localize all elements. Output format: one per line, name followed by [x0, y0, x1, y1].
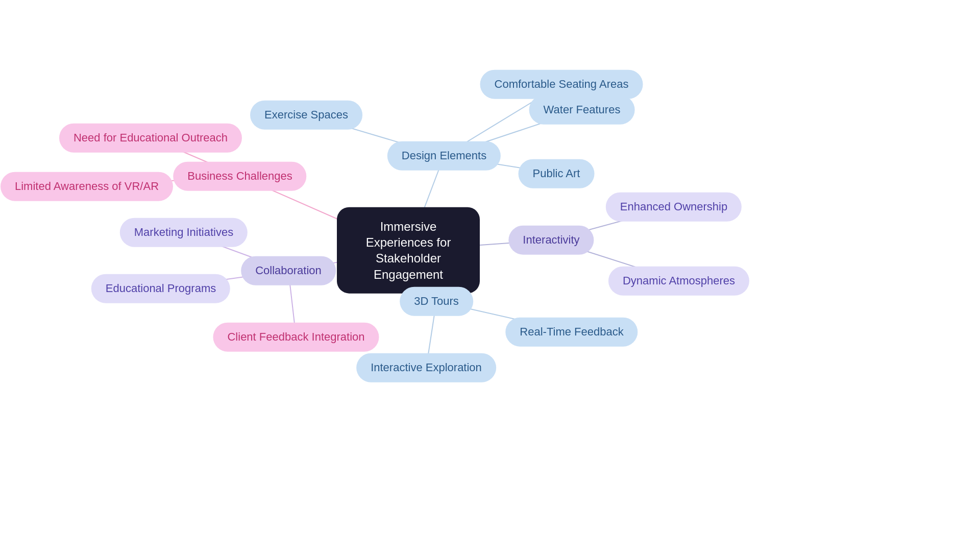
node-marketing[interactable]: Marketing Initiatives — [120, 218, 248, 247]
node-comfortable_seating[interactable]: Comfortable Seating Areas — [480, 70, 643, 99]
node-dynamic_atmospheres[interactable]: Dynamic Atmospheres — [608, 267, 749, 296]
node-enhanced_ownership[interactable]: Enhanced Ownership — [606, 193, 742, 222]
mind-map: Immersive Experiences for Stakeholder En… — [0, 0, 980, 553]
node-collaboration[interactable]: Collaboration — [241, 256, 336, 285]
node-business_challenges[interactable]: Business Challenges — [173, 162, 306, 191]
node-interactive_exploration[interactable]: Interactive Exploration — [356, 353, 496, 382]
node-water_features[interactable]: Water Features — [529, 95, 635, 125]
node-design_elements[interactable]: Design Elements — [387, 141, 501, 171]
node-three_d_tours[interactable]: 3D Tours — [400, 287, 473, 316]
node-limited_awareness[interactable]: Limited Awareness of VR/AR — [1, 172, 173, 201]
node-public_art[interactable]: Public Art — [519, 159, 595, 188]
node-exercise_spaces[interactable]: Exercise Spaces — [250, 101, 362, 130]
node-interactivity[interactable]: Interactivity — [508, 226, 594, 255]
node-client_feedback[interactable]: Client Feedback Integration — [213, 323, 379, 352]
node-real_time_feedback[interactable]: Real-Time Feedback — [505, 318, 638, 347]
node-need_educational[interactable]: Need for Educational Outreach — [59, 124, 242, 153]
node-center[interactable]: Immersive Experiences for Stakeholder En… — [337, 207, 480, 294]
node-educational_programs[interactable]: Educational Programs — [91, 274, 230, 303]
